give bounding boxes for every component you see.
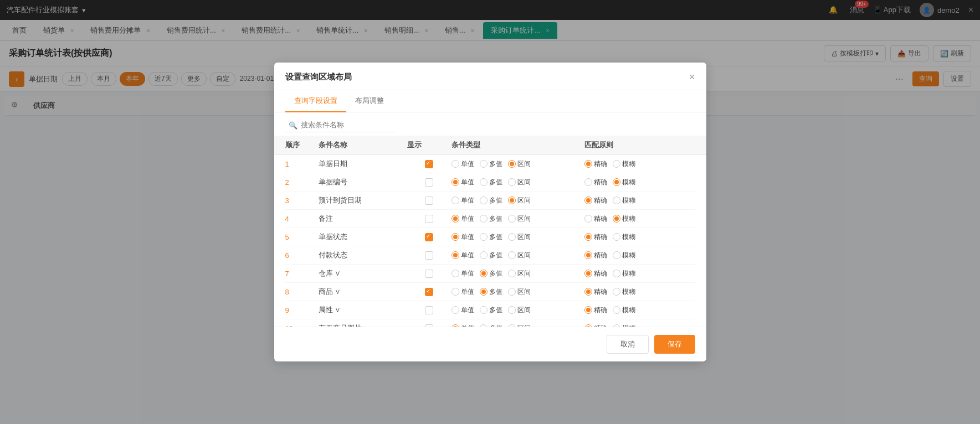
modal-overlay: 设置查询区域布局 × 查询字段设置 布局调整 🔍 顺序 条件名称 显示 条件类型… [0, 0, 980, 120]
dialog-tabs: 查询字段设置 布局调整 [274, 90, 706, 112]
dialog-tab-layout[interactable]: 布局调整 [346, 90, 393, 112]
settings-dialog: 设置查询区域布局 × 查询字段设置 布局调整 🔍 顺序 条件名称 显示 条件类型… [274, 63, 706, 120]
search-wrap: 🔍 [285, 118, 396, 120]
dialog-title: 设置查询区域布局 [285, 72, 352, 82]
dialog-tab-query-fields[interactable]: 查询字段设置 [285, 90, 346, 112]
dialog-close-button[interactable]: × [689, 71, 695, 83]
search-input[interactable] [285, 118, 396, 120]
search-box: 🔍 [274, 112, 706, 120]
dialog-header: 设置查询区域布局 × [274, 63, 706, 90]
